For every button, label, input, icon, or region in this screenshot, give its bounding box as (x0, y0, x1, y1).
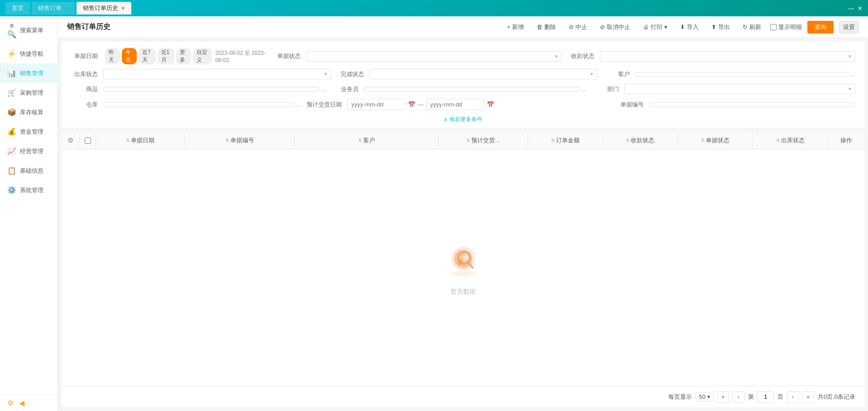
page-size-select[interactable]: 50 ▾ (695, 392, 713, 401)
collapse-label: 收起更多条件 (450, 116, 482, 123)
settings-button[interactable]: 设置 (839, 21, 859, 34)
page-header: 销售订单历史 + 新增 🗑 删除 ⊘ 中止 ⊘ 取消中止 (58, 16, 868, 38)
tab-sales-order-close[interactable]: ✕ (64, 6, 68, 11)
th-no[interactable]: ⇅ 单据编号 (185, 133, 294, 148)
page-size-value: 50 (699, 393, 705, 400)
page-input[interactable] (758, 391, 774, 403)
receipt-status-label: 收款状态 (567, 52, 595, 60)
sidebar-item-operations[interactable]: 📈 经营管理 (0, 141, 58, 161)
date-tag-7days[interactable]: 近7天 (139, 48, 156, 64)
sidebar-item-quick-nav-label: 快捷导航 (20, 50, 43, 58)
customer-ellipsis[interactable]: ... (850, 71, 855, 77)
tab-sales-order-history-close[interactable]: ✕ (121, 6, 125, 11)
sidebar-item-sys-mgmt[interactable]: ⚙️ 系统管理 (0, 180, 58, 200)
svg-point-0 (451, 271, 476, 276)
th-delivery[interactable]: ⇅ 预计交货... (439, 133, 528, 148)
th-action: 操作 (828, 133, 864, 148)
sort-delivery-icon: ⇅ (466, 138, 470, 143)
minimize-icon[interactable]: — (848, 5, 854, 12)
dept-label: 部门 (592, 85, 619, 93)
last-page-button[interactable]: » (802, 391, 814, 403)
goods-input[interactable] (103, 87, 319, 92)
calendar-start-icon[interactable]: 📅 (408, 101, 415, 108)
sort-customer-icon: ⇅ (358, 138, 362, 143)
cancel-stop-button[interactable]: ⊘ 取消中止 (596, 21, 634, 33)
new-button[interactable]: + 新增 (503, 21, 528, 33)
goods-ellipsis[interactable]: ... (321, 86, 326, 92)
stock-out-select[interactable]: ▾ (103, 69, 331, 79)
delivery-date-field: 📅 — 📅 (347, 99, 611, 110)
date-tag-custom[interactable]: 自定义 (193, 48, 211, 64)
complete-status-label: 完成状态 (337, 70, 364, 78)
filter-row-3: 商品 ... 业务员 ... 部门 ▾ (71, 84, 855, 94)
th-date[interactable]: ⇅ 单据日期 (96, 133, 185, 148)
date-tag-more[interactable]: 更多 (176, 48, 191, 64)
salesperson-input[interactable] (364, 87, 580, 92)
export-icon: ⬆ (711, 24, 716, 30)
calendar-end-icon[interactable]: 📅 (487, 101, 494, 108)
salesperson-label: 业务员 (331, 85, 359, 93)
order-no-input[interactable] (649, 102, 855, 107)
first-page-button[interactable]: « (717, 391, 729, 403)
delivery-date-start[interactable] (347, 99, 406, 110)
sys-mgmt-icon: ⚙️ (7, 186, 16, 194)
customer-input[interactable] (635, 72, 849, 77)
display-toggle-checkbox[interactable] (770, 24, 777, 30)
th-receipt[interactable]: ⇅ 收款状态 (603, 133, 678, 148)
th-customer[interactable]: ⇅ 客户 (295, 133, 439, 148)
export-button[interactable]: ⬆ 导出 (708, 21, 734, 33)
stop-button[interactable]: ⊘ 中止 (565, 21, 591, 33)
table-settings-icon[interactable]: ⚙ (67, 136, 73, 145)
import-button[interactable]: ⬇ 导入 (676, 21, 702, 33)
next-page-button[interactable]: › (787, 391, 799, 403)
close-window-icon[interactable]: ✕ (858, 5, 863, 12)
pagination: 每页显示 50 ▾ « ‹ 第 页 › » 共0页,0条记录 (62, 386, 864, 407)
tab-home[interactable]: 首页 (5, 2, 30, 15)
collapse-button[interactable]: ∧ 收起更多条件 (71, 115, 855, 124)
date-tag-today[interactable]: 昨天 (105, 48, 120, 64)
order-status-chevron: ▾ (555, 53, 558, 59)
prev-page-button[interactable]: ‹ (733, 391, 744, 403)
delete-button[interactable]: 🗑 删除 (533, 21, 560, 33)
dept-select[interactable]: ▾ (624, 84, 855, 94)
receipt-status-select[interactable]: ▾ (600, 51, 855, 62)
warehouse-input[interactable] (103, 102, 294, 107)
th-amount[interactable]: ⇅ 订单金额 (528, 133, 603, 148)
delivery-date-end[interactable] (426, 99, 485, 110)
sidebar-item-quick-nav[interactable]: ⚡ 快捷导航 (0, 44, 58, 63)
page-size-label: 每页显示 (668, 393, 692, 401)
date-tag-3days[interactable]: 今天 (122, 48, 137, 64)
top-bar: 首页 销售订单 ✕ 销售订单历史 ✕ — ✕ (0, 0, 868, 16)
page-size-chevron: ▾ (707, 393, 710, 400)
sidebar-item-sales-mgmt[interactable]: 📊 销售管理 (0, 63, 58, 83)
sidebar-item-base-info[interactable]: 📋 基础信息 (0, 161, 58, 180)
order-status-select[interactable]: ▾ (306, 51, 561, 62)
print-button[interactable]: 🖨 打印 ▾ (639, 21, 671, 33)
date-range-text: 2023-06-02 至 2023-06-02 (216, 49, 269, 63)
display-toggle[interactable]: 显示明细 (770, 23, 802, 31)
goods-field: ... (103, 86, 326, 92)
sidebar-settings-icon[interactable]: ⚙ (7, 399, 14, 407)
th-status[interactable]: ⇅ 单据状态 (678, 133, 753, 148)
sidebar-item-finance[interactable]: 💰 资金管理 (0, 122, 58, 141)
base-info-icon: 📋 (7, 166, 16, 175)
sidebar-item-search-menu[interactable]: ≡🔍 搜索菜单 (0, 16, 58, 44)
date-tag-1month[interactable]: 近1月 (158, 48, 175, 64)
refresh-button[interactable]: ↻ 刷新 (739, 21, 765, 33)
print-arrow-icon: ▾ (664, 24, 667, 30)
tab-sales-order-label: 销售订单 (38, 4, 62, 12)
sidebar-collapse-icon[interactable]: ◀ (19, 399, 24, 407)
sidebar-item-purchase-mgmt[interactable]: 🛒 采购管理 (0, 83, 58, 102)
th-check[interactable] (80, 134, 96, 147)
query-button[interactable]: 查询 (807, 21, 834, 34)
sidebar-item-inventory[interactable]: 📦 库存核算 (0, 102, 58, 122)
tab-sales-order-history[interactable]: 销售订单历史 ✕ (77, 2, 131, 15)
th-settings[interactable]: ⚙ (62, 133, 80, 148)
warehouse-ellipsis[interactable]: ... (296, 101, 301, 108)
th-stock[interactable]: ⇅ 出库状态 (753, 133, 828, 148)
new-icon: + (507, 24, 510, 30)
select-all-checkbox[interactable] (85, 137, 91, 144)
tab-sales-order[interactable]: 销售订单 ✕ (32, 2, 75, 15)
complete-status-select[interactable]: ▾ (369, 69, 598, 79)
salesperson-ellipsis[interactable]: ... (582, 86, 587, 92)
